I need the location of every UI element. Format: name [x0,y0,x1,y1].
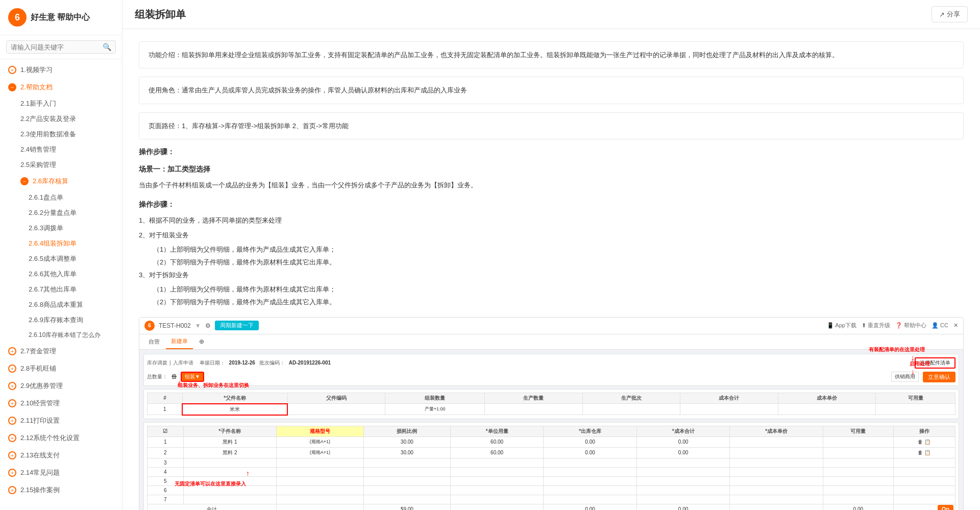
ss-td-pcode [287,404,385,415]
sidebar-label-video: 1.视频学习 [20,65,53,75]
ss-close-icon: ✕ [953,322,958,329]
search-input[interactable] [11,43,103,51]
logo-icon: 6 [8,8,27,27]
sidebar-item-2-6-5[interactable]: 2.6.5成本调整单 [0,251,122,266]
ss-date-value: 2019-12-26 [229,360,255,366]
ss-assy-toggle: 组装▼ [181,372,204,382]
ss-td-costt [680,404,778,415]
sidebar-item-2-5[interactable]: 2.5采购管理 [0,157,122,173]
ss-td-cw1: 0.00 [544,436,637,447]
ss-th-loss: 损耗比例 [363,426,450,436]
nav-section: + 1.视频学习 − 2.帮助文档 2.1新手入门 2.2产品安装及登录 2.3… [0,59,122,501]
sidebar-item-2-6-8[interactable]: 2.6.8商品成本重算 [0,297,122,312]
sidebar-item-2-9[interactable]: + 2.9优惠券管理 [0,377,122,395]
sidebar-item-2-6-10[interactable]: 2.6.10库存账本错了怎么办 [0,328,122,343]
sidebar-item-2-15[interactable]: + 2.15操作案例 [0,481,122,499]
ss-nav-extra: ⊕ [194,335,209,348]
sidebar-item-2-3[interactable]: 2.3使用前数据准备 [0,127,122,142]
ss-table-footer: 合计 $9.00 0.00 0.00 0.00 [148,504,955,510]
ss-help: ❓ 帮助中心 [895,322,926,329]
sidebar-item-2-4[interactable]: 2.4销售管理 [0,142,122,157]
ss-logo: 6 [144,321,155,331]
ss-dropdown: ▼ [195,322,201,329]
sidebar-item-2-6-1[interactable]: 2.6.1盘点单 [0,190,122,205]
ss-td-aquantity: 产量+1:00 [385,404,484,415]
ss-user: 👤 CC [932,322,948,329]
sidebar-item-2-14[interactable]: + 2.14常见问题 [0,464,122,481]
sidebar-label-2-13: 2.13在线支付 [20,451,60,460]
step2-sub1: （1）上部明细为父件明细，最终作为产成品生成其它入库单； [153,244,964,256]
sidebar-item-2-7[interactable]: + 2.7资金管理 [0,343,122,360]
ss-td-cop1: 🗑 📋 [893,436,955,447]
ss-td-cn2: 黑料 2 [183,447,277,458]
ss-td-ct2: 0.00 [636,447,730,458]
ss-arrow3: ↓ [911,368,915,376]
sidebar-item-2-11[interactable]: + 2.11打印设置 [0,412,122,429]
step2-sub2: （2）下部明细为子件明细，最终作为原材料生成其它出库单。 [153,256,964,269]
sidebar-item-2-6-9[interactable]: 2.6.9库存账本查询 [0,312,122,328]
sidebar-item-2-10[interactable]: + 2.10经营管理 [0,395,122,412]
ss-annotation3: 启用处理 [910,360,930,368]
step3-sub2: （2）下部明细为子件明细，最终作为产成品生成其它入库单。 [153,296,964,309]
table-row: 1 米米 产量+1:00 [148,404,955,415]
table-row: 3 [148,458,955,467]
sidebar-item-2-8[interactable]: + 2.8手机旺铺 [0,360,122,377]
sidebar-item-2-1[interactable]: 2.1新手入门 [0,96,122,111]
search-wrap: 🔍 [6,40,116,54]
sidebar-item-2-6-7[interactable]: 2.6.7其他出库单 [0,282,122,297]
plus-icon-2-12: + [8,434,16,442]
ss-td-cn1: 黑料 1 [183,436,277,447]
sidebar-item-2-6-4[interactable]: 2.6.4组装拆卸单 [0,236,122,251]
main-area: 组装拆卸单 ↗ 分享 功能介绍：组装拆卸单用来处理企业组装或拆卸等加工业务，支持… [122,0,980,510]
ops-title: 操作步骤： [139,148,964,157]
share-button[interactable]: ↗ 分享 [932,6,968,22]
ss-action-btn: 周期新建一下 [215,321,259,330]
ss-th-ops: 操作 [893,426,955,436]
ss-th-child-name: *子件名称 [183,426,277,436]
plus-icon-2-7: + [8,347,16,355]
intro-role-block: 使用角色：通常由生产人员或库管人员完成拆装业务的操作，库管人员确认原材料的出库和… [139,77,964,104]
ss-lower-table: ☑ *子件名称 规格型号 损耗比例 *单位用量 *出库仓库 *成本合计 *成本单… [147,426,955,510]
ss-annotation1: 有装配清单的在这里处理 [869,346,925,353]
sidebar-item-2-13[interactable]: + 2.13在线支付 [0,447,122,464]
ss-th-check: ☑ [148,426,184,436]
ss-th-spec: 规格型号 [277,426,364,436]
sidebar-item-2-6-6[interactable]: 2.6.6其他入库单 [0,266,122,282]
logo-area: 6 好生意 帮助中心 [0,0,122,35]
ss-th-assy-qty: 组装数量 [385,393,484,404]
table-row: 2 黑料 2 (规格A+1) 30.00 60.00 0.00 0.00 🗑 📋 [148,447,955,458]
sidebar-item-2-2[interactable]: 2.2产品安装及登录 [0,111,122,127]
ss-td-avail [876,404,955,415]
sidebar-item-docs[interactable]: − 2.帮助文档 [0,79,122,96]
ss-th-cost-unit: 成本单价 [778,393,876,404]
sidebar-item-video[interactable]: + 1.视频学习 [0,61,122,79]
sidebar-item-2-6-2[interactable]: 2.6.2分量盘点单 [0,205,122,221]
sidebar-item-2-12[interactable]: + 2.12系统个性化设置 [0,429,122,447]
ss-th-unit-use: *单位用量 [450,426,544,436]
ss-upper-table: # *父件名称 父件编码 组装数量 生产数量 生产批次 成本合计 成本单价 可用… [147,393,955,416]
ss-on-label: On [938,505,953,510]
ss-nav-home: 自营 [143,335,165,349]
sidebar-item-2-6-3[interactable]: 2.6.3调拨单 [0,221,122,236]
ss-th-avail: 可用量 [876,393,955,404]
ss-th-cost-t: *成本合计 [636,426,730,436]
ss-upper-table-section: # *父件名称 父件编码 组装数量 生产数量 生产批次 成本合计 成本单价 可用… [143,389,959,419]
ss-td-c1: 1 [148,436,184,447]
plus-icon: + [8,66,16,74]
scene1-title: 场景一：加工类型选择 [139,165,964,174]
ss-type-label: 库存调拨 [147,359,167,367]
ss-td-cl2: 30.00 [363,447,450,458]
step3: 3、对于拆卸业务 [139,269,964,282]
ss-batch-value: AD-20191226-001 [289,360,331,366]
ss-td-cl1: 30.00 [363,436,450,447]
sidebar-label-2-10: 2.10经营管理 [20,399,60,408]
intro-path-block: 页面路径：1、库存核算->库存管理->组装拆卸单 2、首页->常用功能 [139,112,964,139]
ss-nav-new: 新建单 [166,334,193,349]
sidebar-label-docs: 2.帮助文档 [20,83,53,92]
table-row: 6 [148,485,955,495]
plus-icon-2-14: + [8,469,16,477]
search-icon[interactable]: 🔍 [103,43,111,51]
sidebar-item-2-6[interactable]: − 2.6库存核算 [0,173,122,190]
minus-icon-2-6: − [20,177,29,185]
plus-icon-2-10: + [8,399,16,407]
